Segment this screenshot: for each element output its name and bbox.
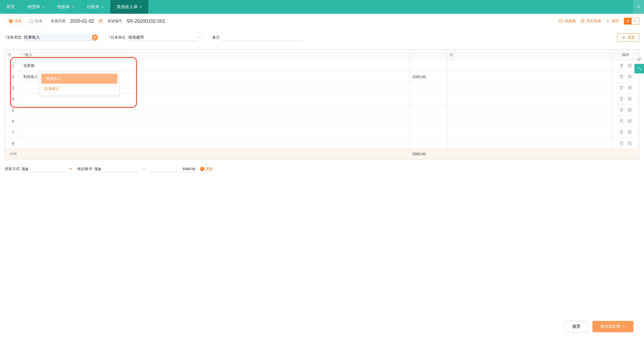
row-amount[interactable] [410,82,447,93]
lookup-icon[interactable]: ··· [197,35,202,40]
row-remark[interactable] [447,93,612,105]
row-number: 8 [5,138,21,149]
lookup-icon[interactable]: ··· [141,167,146,171]
form-row: *业务类型 *往来单位 ··· 备注 设置 [5,29,639,49]
row-remark[interactable] [447,82,612,93]
pay-method-input[interactable] [22,166,66,172]
delete-icon[interactable] [619,63,624,68]
table-row[interactable]: 6 [5,116,639,127]
content: *业务类型 *往来单位 ··· 备注 设置 [0,29,644,179]
row-number: 3 [5,82,21,93]
add-row-icon[interactable] [627,74,632,79]
add-row-icon[interactable] [627,63,632,68]
row-income[interactable] [21,138,410,149]
row-amount[interactable] [410,105,447,116]
tab-other-income[interactable]: 其他收入单× [110,0,148,14]
row-amount[interactable] [410,116,447,127]
dropdown-item-related[interactable]: 往来收入 [40,84,119,94]
row-remark[interactable] [447,138,612,149]
tab-sales[interactable]: 销货单× [21,0,51,14]
remark-field: 备注 [212,34,302,41]
delete-icon[interactable] [619,141,624,146]
link-icon[interactable] [634,54,644,64]
delete-icon[interactable] [619,118,624,124]
party-input[interactable] [128,34,197,41]
close-icon[interactable]: × [140,5,142,9]
history-link[interactable]: 历史单据 [581,19,601,24]
blue-bill-option[interactable]: 蓝单 [5,17,26,26]
row-remark[interactable] [447,116,612,127]
dropdown-item-cash[interactable]: 现金收入 [41,74,117,84]
row-number: 2 [5,71,21,82]
delete-icon[interactable] [619,107,624,113]
row-income[interactable] [21,105,410,116]
tab-bar: 首页 销货单× 收款单× 付款单× 其他收入单× × [0,0,644,14]
date-value[interactable]: 2020-01-02 [70,18,94,24]
delete-icon[interactable] [619,129,624,135]
tab-payment[interactable]: 付款单× [80,0,110,14]
calendar-icon[interactable] [98,19,103,24]
close-icon[interactable]: × [102,5,104,9]
biz-type-field: *业务类型 [5,34,98,41]
party-label: 往来单位 [111,35,126,39]
window-close-button[interactable]: × [633,0,644,14]
row-remark[interactable] [447,71,612,82]
table-row[interactable]: 8 [5,138,639,149]
gear-header[interactable] [5,50,21,60]
row-remark[interactable] [447,60,612,71]
delete-icon[interactable] [619,74,624,79]
pay-method-label: 结算方式 [5,167,20,171]
row-amount[interactable] [410,138,447,149]
add-row-icon[interactable] [627,96,632,101]
row-income[interactable]: 包装物 [21,60,410,71]
row-income[interactable] [21,116,410,127]
row-income[interactable] [21,127,410,138]
red-bill-option[interactable]: 红单 [26,17,46,26]
expand-icon[interactable] [634,64,644,73]
ops-link[interactable]: 操作 [606,19,619,24]
row-remark[interactable] [447,105,612,116]
tab-receipt[interactable]: 收款单× [51,0,80,14]
close-icon[interactable]: × [72,5,74,9]
shortcut-link[interactable]: 快捷键 [559,19,576,24]
payment-row: 结算方式 收款账号 ··· +添加 [5,160,639,179]
svg-point-5 [607,21,608,22]
table-row[interactable]: 7 [5,127,639,138]
row-amount[interactable] [410,127,447,138]
add-payment-button[interactable]: +添加 [200,167,213,171]
svg-rect-1 [559,20,563,22]
row-amount[interactable] [410,93,447,105]
delete-icon[interactable] [619,96,624,101]
row-amount[interactable]: 2000.00 [410,71,447,82]
tab-home[interactable]: 首页 [0,0,21,14]
add-row-icon[interactable] [627,129,632,135]
delete-icon[interactable] [619,85,624,90]
pay-account-input[interactable] [94,166,139,172]
row-number: 7 [5,127,21,138]
row-remark[interactable] [447,127,612,138]
right-rail [634,15,644,73]
chevron-down-icon[interactable] [68,167,73,172]
svg-rect-0 [99,20,102,23]
number-value: SR-20200102-001 [126,18,165,24]
chevron-up-icon[interactable] [92,34,98,41]
pay-account-label: 收款账号 [77,167,92,171]
table-row[interactable]: 1 包装物 [5,60,639,71]
add-row-icon[interactable] [627,107,632,113]
row-number: 1 [5,60,21,71]
add-row-icon[interactable] [627,118,632,124]
svg-point-10 [9,54,10,55]
table-row[interactable]: 5 [5,105,639,116]
add-row-icon[interactable] [627,85,632,90]
row-number: 6 [5,116,21,127]
pay-amount-input[interactable] [151,166,195,172]
biz-type-input[interactable] [24,34,93,41]
row-amount[interactable] [410,60,447,71]
income-table: *收入 注 操作 1 包装物 2 利息收入 2000.00 3 [5,49,639,160]
svg-point-6 [608,21,609,22]
close-icon[interactable]: × [42,5,44,9]
add-row-icon[interactable] [627,141,632,146]
row-number: 4 [5,93,21,105]
view-list-button[interactable] [624,18,632,24]
remark-input[interactable] [222,34,302,41]
